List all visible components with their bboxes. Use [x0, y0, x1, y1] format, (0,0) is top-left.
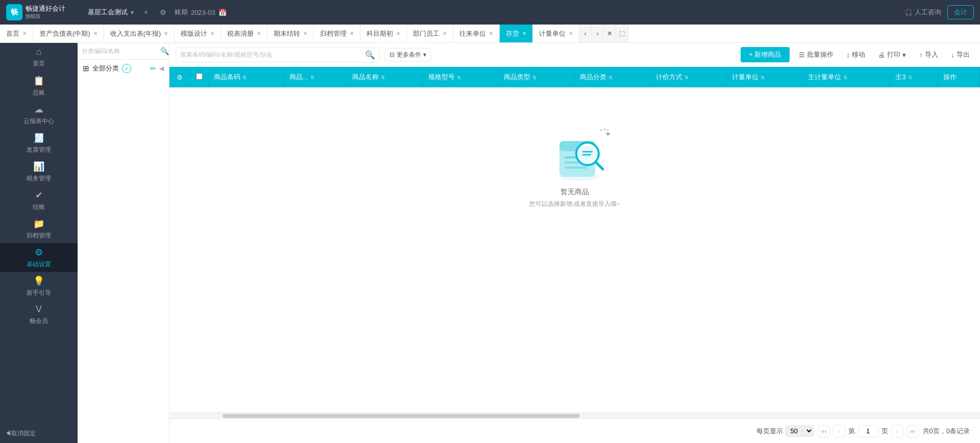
grid-icon: ⊞ [83, 64, 89, 73]
product-search-icon[interactable]: 🔍 [365, 50, 375, 60]
tab-close-contacts[interactable]: ✕ [489, 31, 493, 36]
page-prev-btn[interactable]: ‹ [833, 425, 845, 437]
tab-close-subject[interactable]: ✕ [396, 31, 400, 36]
page-number-input[interactable] [858, 425, 878, 437]
page-first-btn[interactable]: ⏮ [818, 425, 830, 437]
edit-category-icon[interactable]: ✏ [150, 64, 156, 73]
tab-tax[interactable]: 税表清册 ✕ [221, 25, 267, 43]
top-header: 畅 畅捷通好会计 旗舰版 基层工会测试 ▼ ＋ ⚙ 账期 2023-03 📅 🎧… [0, 0, 980, 25]
tab-archive[interactable]: 归档管理 ✕ [314, 25, 360, 43]
ledger-icon: 📋 [33, 75, 44, 86]
tab-close-inventory[interactable]: ✕ [522, 31, 526, 36]
scrollbar-thumb[interactable] [223, 414, 580, 418]
app-name: 畅捷通好会计 [26, 5, 65, 13]
sidebar-item-tax[interactable]: 📊 税务管理 [0, 157, 78, 186]
horizontal-scrollbar[interactable] [169, 412, 980, 418]
page-navigation: ⏮ ‹ 第 页 › ⏭ [818, 425, 919, 437]
more-filter-button[interactable]: ⊟ 更多条件 ▾ [385, 48, 431, 62]
sidebar-item-invoice[interactable]: 🧾 发票管理 [0, 129, 78, 157]
tab-close-archive[interactable]: ✕ [350, 31, 354, 36]
col-settings[interactable]: ⚙ [169, 67, 190, 87]
category-search-icon[interactable]: 🔍 [160, 47, 169, 55]
app-logo-icon: 畅 [6, 4, 22, 20]
company-dropdown-icon: ▼ [130, 10, 135, 15]
add-product-button[interactable]: + 新增商品 [741, 47, 789, 62]
col-spec[interactable]: 规格型号⇅ [423, 67, 499, 87]
tab-nav-next[interactable]: › [592, 25, 604, 43]
split-layout: 🔍 ⊞ 全部分类 ✓ ✏ ◀ 🔍 [78, 43, 980, 443]
page-size-select[interactable]: 50 100 200 [785, 425, 814, 437]
sidebar-item-ledger[interactable]: 📋 总账 [0, 72, 78, 100]
tab-homepage[interactable]: 首页 ✕ [0, 25, 33, 43]
select-all-checkbox[interactable] [196, 73, 203, 80]
col-checkbox[interactable] [190, 67, 208, 87]
sidebar-item-guide[interactable]: 💡 新手引导 [0, 272, 78, 300]
right-panel: 🔍 ⊟ 更多条件 ▾ + 新增商品 ☰ 批量操作 ↕ 移 [169, 43, 980, 443]
import-icon: ↑ [919, 51, 923, 59]
add-tab-button[interactable]: ＋ [140, 6, 152, 18]
tab-contacts[interactable]: 往来单位 ✕ [453, 25, 500, 43]
tab-close-balance[interactable]: ✕ [93, 31, 97, 36]
settings-icon: ⚙ [35, 247, 43, 258]
export-button[interactable]: ↓ 导出 [947, 48, 974, 61]
kuaiji-button[interactable]: 会计 [947, 5, 974, 19]
page-next-btn[interactable]: › [891, 425, 903, 437]
empty-state: 暂无商品 您可以选择新增,或者直接导入哦~ [169, 87, 980, 239]
move-button[interactable]: ↕ 移动 [843, 48, 870, 61]
tab-close-unit[interactable]: ✕ [569, 31, 573, 36]
col-name[interactable]: 商品名称⇅ [347, 67, 423, 87]
print-button[interactable]: 🖨 打印 ▾ [874, 48, 910, 61]
tab-unit[interactable]: 计量单位 ✕ [533, 25, 579, 43]
tab-income[interactable]: 收入支出表(年报) ✕ [104, 25, 175, 43]
tab-close-homepage[interactable]: ✕ [22, 31, 27, 36]
tab-expand[interactable]: ⛶ [616, 25, 628, 43]
product-search-input[interactable] [180, 51, 362, 58]
tab-close-dept[interactable]: ✕ [443, 31, 447, 36]
col-price-method[interactable]: 计价方式⇅ [651, 67, 727, 87]
sidebar-item-settings[interactable]: ⚙ 基础设置 [0, 243, 78, 272]
col-category[interactable]: 商品分类⇅ [575, 67, 651, 87]
collapse-icon[interactable]: ◀ [159, 65, 164, 72]
tab-subject-init[interactable]: 科目期初 ✕ [360, 25, 407, 43]
content-area: 🔍 ⊞ 全部分类 ✓ ✏ ◀ 🔍 [78, 43, 980, 443]
tab-inventory[interactable]: 存货 ✕ [500, 25, 533, 43]
company-name[interactable]: 基层工会测试 ▼ [88, 8, 135, 17]
category-search-bar: 🔍 [78, 43, 169, 60]
logo-text-area: 畅捷通好会计 旗舰版 [26, 5, 65, 20]
col-barcode[interactable]: 商品条码⇅ [208, 67, 284, 87]
category-tag-icon: ✓ [122, 64, 131, 73]
col-extra[interactable]: 主3⇅ [890, 67, 938, 87]
category-search-input[interactable] [82, 48, 158, 55]
import-button[interactable]: ↑ 导入 [915, 48, 942, 61]
cancel-fixed-btn[interactable]: ◀取消固定 [0, 424, 78, 443]
tab-period-close[interactable]: 期末结转 ✕ [267, 25, 314, 43]
tab-close-template[interactable]: ✕ [210, 31, 214, 36]
sidebar-item-settle[interactable]: ✔ 结账 [0, 186, 78, 215]
tax-icon: 📊 [33, 161, 44, 172]
tab-balance[interactable]: 资产负债表(中期) ✕ [33, 25, 104, 43]
batch-operation-button[interactable]: ☰ 批量操作 [795, 48, 838, 61]
sidebar-item-archive[interactable]: 📁 归档管理 [0, 215, 78, 243]
sidebar-item-cloud-report[interactable]: ☁ 云报表中心 [0, 100, 78, 129]
tab-nav-prev[interactable]: ‹ [579, 25, 592, 43]
svg-line-8 [596, 162, 603, 169]
tab-template[interactable]: 模版设计 ✕ [175, 25, 221, 43]
page-last-btn[interactable]: ⏭ [906, 425, 919, 437]
col-unit[interactable]: 计量单位⇅ [726, 67, 802, 87]
col-type[interactable]: 商品类型⇅ [499, 67, 575, 87]
tab-close-period-close[interactable]: ✕ [303, 31, 307, 36]
settings-header-button[interactable]: ⚙ [157, 6, 169, 18]
filter-arrow-icon: ▾ [423, 51, 426, 58]
tab-dept-staff[interactable]: 部门员工 ✕ [407, 25, 453, 43]
svg-rect-5 [565, 167, 587, 169]
sidebar-item-member[interactable]: V 畅会员 [0, 300, 78, 329]
all-category-item[interactable]: ⊞ 全部分类 ✓ ✏ ◀ [78, 60, 169, 77]
tab-close-all[interactable]: ✕ [604, 25, 616, 43]
tab-close-tax[interactable]: ✕ [257, 31, 261, 36]
ai-consult-link[interactable]: 🎧 人工咨询 [904, 8, 941, 17]
sidebar-item-homepage[interactable]: ⌂ 首页 [0, 43, 78, 72]
calendar-icon[interactable]: 📅 [218, 9, 227, 16]
col-code[interactable]: 商品...⇅ [284, 67, 347, 87]
col-main-unit[interactable]: 主计量单位⇅ [802, 67, 890, 87]
tab-close-income[interactable]: ✕ [164, 31, 168, 36]
